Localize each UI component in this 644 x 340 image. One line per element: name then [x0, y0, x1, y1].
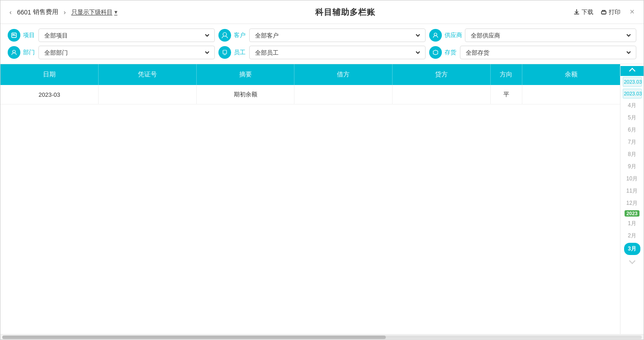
print-icon [601, 9, 607, 15]
employee-icon [218, 46, 231, 59]
cell-summary: 期初余额 [196, 85, 294, 104]
col-summary: 摘要 [196, 64, 294, 85]
employee-filter-row: 员工 全部员工 [218, 46, 426, 59]
col-date: 日期 [0, 64, 99, 85]
chevron-down-icon [629, 258, 635, 264]
project-icon [8, 29, 20, 42]
employee-select-input[interactable]: 全部员工 [253, 49, 421, 57]
nav-next-button[interactable]: › [62, 8, 68, 17]
inventory-filter-row: 存货 全部存货 [429, 46, 636, 59]
supplier-filter-row: 供应商 全部供应商 [429, 28, 636, 42]
sidebar-period-start[interactable]: 2023.03 [623, 77, 642, 87]
supplier-select[interactable]: 全部供应商 [465, 28, 636, 42]
sidebar-months-container: 4月5月6月7月8月9月10月11月12月 [626, 99, 638, 209]
nav-prev-button[interactable]: ‹ [8, 8, 14, 17]
project-select-input[interactable]: 全部项目 [43, 32, 211, 39]
dept-select[interactable]: 全部部门 [38, 46, 215, 59]
scrollbar-track [2, 335, 642, 339]
download-icon [573, 9, 580, 15]
sidebar-month-item[interactable]: 4月 [626, 99, 638, 112]
data-table: 日期 凭证号 摘要 借方 贷方 方向 余额 2023-03期初余额平 [0, 64, 620, 104]
employee-label: 员工 [234, 48, 246, 57]
print-button[interactable]: 打印 [601, 8, 620, 16]
sidebar-year-badge: 2023 [625, 210, 639, 217]
inventory-label: 存货 [445, 48, 457, 57]
close-button[interactable]: × [628, 7, 636, 17]
project-select[interactable]: 全部项目 [38, 28, 215, 42]
supplier-icon [429, 29, 442, 42]
project-filter-row: 项目 全部项目 [8, 28, 215, 42]
page-title: 科目辅助多栏账 [315, 7, 375, 18]
inventory-select-input[interactable]: 全部存货 [464, 49, 632, 57]
right-sidebar: 2023.03 2023.03 4月5月6月7月8月9月10月11月12月 20… [620, 64, 644, 334]
sidebar-month-item[interactable]: 6月 [626, 124, 638, 136]
sidebar-month-item[interactable]: 10月 [626, 173, 638, 185]
col-debit: 借方 [294, 64, 393, 85]
sidebar-month-item[interactable]: 5月 [626, 112, 638, 124]
project-label: 项目 [23, 31, 36, 39]
col-direction: 方向 [490, 64, 522, 85]
scrollbar-thumb[interactable] [2, 335, 386, 339]
table-row: 2023-03期初余额平 [0, 85, 620, 104]
svg-point-2 [434, 33, 437, 36]
table-body: 2023-03期初余额平 [0, 85, 620, 104]
col-voucher: 凭证号 [99, 64, 197, 85]
inventory-select[interactable]: 全部存货 [460, 46, 636, 59]
title-bar: ‹ 6601 销售费用 › 只显示下级科目 ▾ 科目辅助多栏账 下载 [0, 0, 644, 24]
employee-select[interactable]: 全部员工 [249, 46, 426, 59]
sidebar-months-bottom-container: 1月2月3月 [624, 217, 640, 256]
account-code: 6601 销售费用 [17, 8, 58, 16]
show-sub-toggle[interactable]: 只显示下级科目 ▾ [71, 8, 118, 16]
show-sub-label: 只显示下级科目 [71, 8, 113, 16]
dept-label: 部门 [23, 48, 36, 57]
sidebar-month-item[interactable]: 12月 [626, 197, 638, 209]
dept-select-input[interactable]: 全部部门 [43, 49, 211, 57]
dept-filter-row: 部门 全部部门 [8, 46, 215, 59]
sidebar-month-item[interactable]: 3月 [624, 243, 640, 255]
download-button[interactable]: 下载 [573, 8, 593, 16]
cell-debit [294, 85, 393, 104]
svg-point-3 [13, 50, 15, 53]
customer-filter-row: 客户 全部客户 [218, 28, 426, 42]
horizontal-scrollbar[interactable] [0, 334, 644, 340]
sidebar-month-item[interactable]: 8月 [626, 148, 638, 161]
sidebar-up-button[interactable] [620, 66, 644, 76]
sidebar-month-item[interactable]: 7月 [626, 136, 638, 148]
download-label: 下载 [582, 8, 593, 16]
svg-rect-4 [223, 50, 227, 54]
sidebar-month-item[interactable]: 2月 [624, 230, 640, 242]
cell-credit [393, 85, 491, 104]
supplier-label: 供应商 [445, 31, 462, 39]
account-code-number: 6601 [17, 9, 31, 16]
title-bar-right: 下载 打印 × [573, 7, 636, 17]
customer-select-input[interactable]: 全部客户 [253, 32, 421, 39]
dept-icon [8, 46, 20, 59]
table-main[interactable]: 日期 凭证号 摘要 借方 贷方 方向 余额 2023-03期初余额平 [0, 64, 620, 334]
table-wrapper: 日期 凭证号 摘要 借方 贷方 方向 余额 2023-03期初余额平 202 [0, 64, 644, 334]
sidebar-month-item[interactable]: 1月 [624, 217, 640, 230]
sidebar-month-item[interactable]: 11月 [626, 185, 638, 197]
title-bar-left: ‹ 6601 销售费用 › 只显示下级科目 ▾ [8, 8, 118, 17]
filter-area: 项目 全部项目 客户 全部客户 供应商 [0, 24, 644, 64]
svg-rect-0 [601, 11, 606, 14]
table-header-row: 日期 凭证号 摘要 借方 贷方 方向 余额 [0, 64, 620, 85]
customer-icon [218, 29, 231, 42]
col-balance: 余额 [522, 64, 620, 85]
chevron-up-icon [629, 68, 635, 74]
supplier-select-input[interactable]: 全部供应商 [469, 32, 632, 39]
account-name: 销售费用 [33, 8, 58, 16]
cell-voucher [99, 85, 197, 104]
main-window: ‹ 6601 销售费用 › 只显示下级科目 ▾ 科目辅助多栏账 下载 [0, 0, 644, 340]
sidebar-down-button[interactable] [620, 256, 644, 266]
print-label: 打印 [609, 8, 620, 16]
sidebar-period-end[interactable]: 2023.03 [623, 89, 642, 99]
cell-direction: 平 [490, 85, 522, 104]
col-credit: 贷方 [393, 64, 491, 85]
show-sub-arrow: ▾ [114, 9, 118, 15]
cell-date: 2023-03 [0, 85, 99, 104]
customer-select[interactable]: 全部客户 [249, 28, 426, 42]
customer-label: 客户 [234, 31, 246, 39]
inventory-icon [429, 46, 442, 59]
sidebar-month-item[interactable]: 9月 [626, 161, 638, 173]
cell-balance [522, 85, 620, 104]
